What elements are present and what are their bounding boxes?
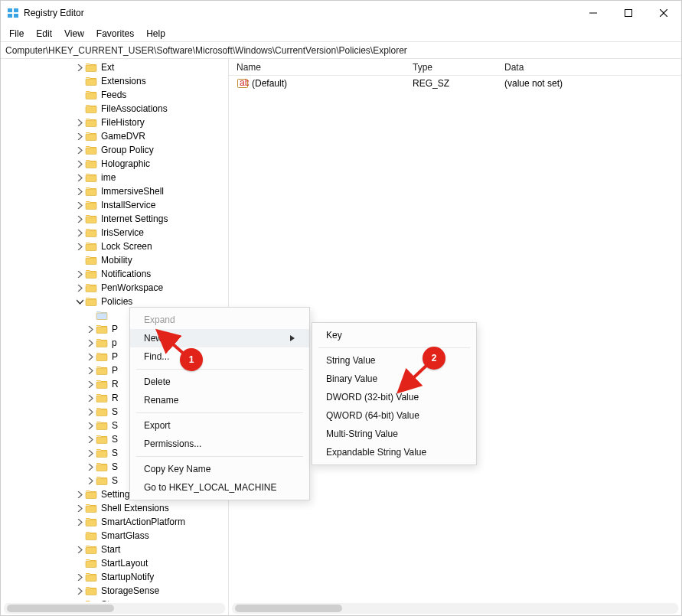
chevron-right-icon[interactable] xyxy=(85,461,96,472)
chevron-right-icon[interactable] xyxy=(74,145,85,155)
chevron-right-icon[interactable] xyxy=(85,324,96,334)
col-data[interactable]: Data xyxy=(504,60,681,74)
menu-item-export[interactable]: Export xyxy=(130,416,309,435)
chevron-right-icon[interactable] xyxy=(74,585,85,596)
tree-item-store[interactable]: Store xyxy=(1,598,228,601)
menu-item-go-to-hkey-local-machine[interactable]: Go to HKEY_LOCAL_MACHINE xyxy=(130,478,309,497)
chevron-right-icon[interactable] xyxy=(74,62,85,73)
tree-item-smartglass[interactable]: SmartGlass xyxy=(1,529,228,543)
tree-item-lock-screen[interactable]: Lock Screen xyxy=(1,240,228,253)
chevron-right-icon[interactable] xyxy=(74,213,85,224)
menu-item-permissions-[interactable]: Permissions... xyxy=(130,435,309,453)
chevron-right-icon[interactable] xyxy=(74,241,85,252)
menu-favorites[interactable]: Favorites xyxy=(91,27,139,41)
svg-rect-0 xyxy=(8,8,12,12)
chevron-right-icon[interactable] xyxy=(74,158,85,169)
chevron-right-icon[interactable] xyxy=(85,406,96,417)
tree-item-shell-extensions[interactable]: Shell Extensions xyxy=(1,501,228,515)
tree-item-immersiveshell[interactable]: ImmersiveShell xyxy=(1,184,228,198)
tree-item-ext[interactable]: Ext xyxy=(1,60,228,74)
chevron-right-icon[interactable] xyxy=(74,599,85,601)
chevron-right-icon[interactable] xyxy=(85,420,96,431)
menu-item-delete[interactable]: Delete xyxy=(130,373,309,391)
chevron-right-icon[interactable] xyxy=(74,544,85,555)
folder-icon xyxy=(85,517,97,527)
close-button[interactable] xyxy=(646,1,681,25)
values-hscroll[interactable] xyxy=(232,603,678,614)
tree-item-installservice[interactable]: InstallService xyxy=(1,198,228,212)
chevron-right-icon[interactable] xyxy=(74,200,85,210)
menu-item-qword-64-bit-value[interactable]: QWORD (64-bit) Value xyxy=(312,406,476,425)
chevron-right-icon[interactable] xyxy=(85,365,96,376)
menu-item-rename[interactable]: Rename xyxy=(130,391,309,409)
menu-item-dword-32-bit-value[interactable]: DWORD (32-bit) Value xyxy=(312,388,476,406)
menu-item-binary-value[interactable]: Binary Value xyxy=(312,370,476,388)
menu-item-string-value[interactable]: String Value xyxy=(312,351,476,370)
folder-icon xyxy=(96,310,108,321)
titlebar-left: Registry Editor xyxy=(7,7,84,19)
menu-item-expandable-string-value[interactable]: Expandable String Value xyxy=(312,443,476,461)
tree-item-penworkspace[interactable]: PenWorkspace xyxy=(1,281,228,295)
tree-item-mobility[interactable]: Mobility xyxy=(1,253,228,267)
address-bar[interactable]: Computer\HKEY_CURRENT_USER\Software\Micr… xyxy=(1,42,681,59)
tree-item-filehistory[interactable]: FileHistory xyxy=(1,116,228,129)
col-name[interactable]: Name xyxy=(237,60,413,74)
tree-item-startupnotify[interactable]: StartupNotify xyxy=(1,570,228,584)
tree-item-startlayout[interactable]: StartLayout xyxy=(1,556,228,570)
col-type[interactable]: Type xyxy=(413,60,504,74)
menu-file[interactable]: File xyxy=(4,27,29,41)
chevron-right-icon[interactable] xyxy=(85,475,96,486)
tree-hscroll-thumb[interactable] xyxy=(7,605,114,612)
chevron-right-icon[interactable] xyxy=(74,489,85,500)
chevron-right-icon[interactable] xyxy=(74,269,85,279)
tree-item-irisservice[interactable]: IrisService xyxy=(1,226,228,240)
svg-rect-13 xyxy=(86,134,96,141)
values-hscroll-thumb[interactable] xyxy=(235,605,342,612)
tree-hscroll[interactable] xyxy=(4,603,225,614)
chevron-right-icon[interactable] xyxy=(74,172,85,183)
chevron-right-icon[interactable] xyxy=(74,572,85,582)
tree-item-ime[interactable]: ime xyxy=(1,171,228,184)
submenu-new[interactable]: KeyString ValueBinary ValueDWORD (32-bit… xyxy=(312,322,477,465)
menu-help[interactable]: Help xyxy=(141,27,171,41)
chevron-right-icon[interactable] xyxy=(85,379,96,389)
chevron-right-icon[interactable] xyxy=(85,351,96,362)
context-menu[interactable]: ExpandNewFind...DeleteRenameExportPermis… xyxy=(129,307,310,500)
chevron-right-icon[interactable] xyxy=(74,186,85,197)
menu-edit[interactable]: Edit xyxy=(31,27,57,41)
tree-item-storagesense[interactable]: StorageSense xyxy=(1,584,228,598)
chevron-right-icon[interactable] xyxy=(74,117,85,128)
menu-item-new[interactable]: New xyxy=(130,329,309,347)
menu-item-find-[interactable]: Find... xyxy=(130,347,309,366)
chevron-right-icon[interactable] xyxy=(85,448,96,458)
menu-item-multi-string-value[interactable]: Multi-String Value xyxy=(312,425,476,443)
chevron-right-icon[interactable] xyxy=(74,227,85,238)
tree-item-feeds[interactable]: Feeds xyxy=(1,88,228,102)
tree-item-internet-settings[interactable]: Internet Settings xyxy=(1,212,228,226)
chevron-right-icon[interactable] xyxy=(85,337,96,348)
folder-icon xyxy=(96,379,108,389)
tree-item-start[interactable]: Start xyxy=(1,543,228,556)
tree-item-fileassociations[interactable]: FileAssociations xyxy=(1,102,228,116)
tree-item-gamedvr[interactable]: GameDVR xyxy=(1,129,228,143)
chevron-right-icon[interactable] xyxy=(74,131,85,142)
minimize-button[interactable] xyxy=(576,1,611,25)
tree-item-smartactionplatform[interactable]: SmartActionPlatform xyxy=(1,515,228,529)
chevron-right-icon[interactable] xyxy=(74,517,85,527)
maximize-button[interactable] xyxy=(611,1,646,25)
menu-item-copy-key-name[interactable]: Copy Key Name xyxy=(130,460,309,478)
chevron-right-icon[interactable] xyxy=(74,282,85,293)
chevron-right-icon[interactable] xyxy=(85,393,96,403)
tree-label: Extensions xyxy=(100,76,148,86)
menu-item-key[interactable]: Key xyxy=(312,326,476,344)
tree-label: Store xyxy=(100,599,125,601)
chevron-down-icon[interactable] xyxy=(74,296,85,307)
tree-item-holographic[interactable]: Holographic xyxy=(1,157,228,171)
tree-item-extensions[interactable]: Extensions xyxy=(1,74,228,88)
chevron-right-icon[interactable] xyxy=(74,503,85,513)
chevron-right-icon[interactable] xyxy=(85,434,96,445)
menu-view[interactable]: View xyxy=(59,27,90,41)
tree-item-group-policy[interactable]: Group Policy xyxy=(1,143,228,157)
tree-item-notifications[interactable]: Notifications xyxy=(1,267,228,281)
value-row[interactable]: ab (Default) REG_SZ (value not set) xyxy=(237,76,681,91)
